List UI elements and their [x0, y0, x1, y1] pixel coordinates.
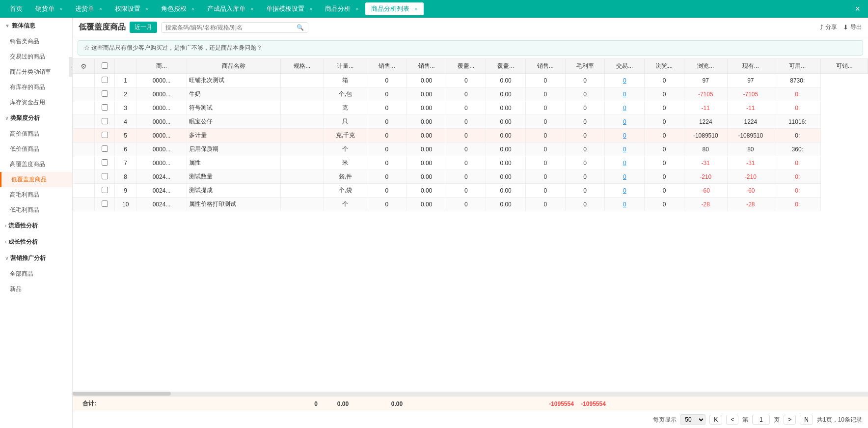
- browse1-link[interactable]: 0: [623, 105, 626, 112]
- col-sales3[interactable]: 销售...: [525, 59, 565, 74]
- horizontal-scrollbar[interactable]: [73, 392, 868, 396]
- settings-icon[interactable]: ⚙: [81, 62, 87, 70]
- sidebar-item-low-coverage[interactable]: 低覆盖度商品: [0, 172, 72, 187]
- row-check[interactable]: [102, 77, 108, 83]
- search-icon[interactable]: 🔍: [297, 24, 304, 31]
- row-checkbox[interactable]: [95, 74, 115, 87]
- row-checkbox[interactable]: [95, 101, 115, 115]
- row-check[interactable]: [102, 90, 108, 97]
- sidebar-group-growth[interactable]: › 成长性分析: [0, 234, 72, 250]
- row-browse1[interactable]: 0: [605, 170, 645, 184]
- nav-template-settings-close[interactable]: ×: [309, 6, 312, 12]
- browse1-link[interactable]: 0: [623, 187, 626, 194]
- browse1-link[interactable]: 0: [623, 118, 626, 125]
- sidebar-item-high-coverage[interactable]: 高覆盖度商品: [0, 157, 72, 172]
- sidebar-group-cluster[interactable]: ∨ 类聚度分析: [0, 110, 72, 126]
- row-browse1[interactable]: 0: [605, 156, 645, 170]
- col-checkbox[interactable]: [95, 59, 115, 74]
- row-checkbox[interactable]: [95, 129, 115, 143]
- col-coverage2[interactable]: 覆盖...: [486, 59, 526, 74]
- sidebar-item-sales-products[interactable]: 销售类商品: [0, 34, 72, 49]
- browse1-link[interactable]: 0: [623, 201, 626, 208]
- nav-product-analysis[interactable]: 商品分析 ×: [319, 2, 364, 15]
- nav-sales-close[interactable]: ×: [59, 6, 62, 12]
- row-checkbox[interactable]: [95, 115, 115, 129]
- row-check[interactable]: [102, 145, 108, 152]
- nav-permissions-close[interactable]: ×: [145, 6, 148, 12]
- first-page-button[interactable]: K: [709, 415, 722, 425]
- row-check[interactable]: [102, 187, 108, 193]
- page-size-select[interactable]: 50 20 100: [680, 414, 705, 425]
- row-checkbox[interactable]: [95, 184, 115, 198]
- row-check[interactable]: [102, 118, 108, 124]
- nav-roles-close[interactable]: ×: [191, 6, 194, 12]
- row-browse1[interactable]: 0: [605, 198, 645, 211]
- table-container[interactable]: ⚙ 商... 商品名称 规格... 计量... 销售... 销售... 覆盖..…: [73, 58, 868, 392]
- nav-product-analysis-list[interactable]: 商品分析列表 ×: [365, 2, 423, 15]
- browse1-link[interactable]: 0: [623, 160, 626, 167]
- sidebar-item-traded-products[interactable]: 交易过的商品: [0, 49, 72, 64]
- sidebar-collapse-button[interactable]: «: [69, 57, 73, 77]
- row-check[interactable]: [102, 200, 108, 207]
- row-check[interactable]: [102, 132, 108, 138]
- row-checkbox[interactable]: [95, 198, 115, 211]
- share-button[interactable]: ⤴ 分享: [820, 23, 837, 31]
- row-browse1[interactable]: 0: [605, 101, 645, 115]
- col-name[interactable]: 商品名称: [187, 59, 280, 74]
- row-browse1[interactable]: 0: [605, 74, 645, 87]
- nav-sales[interactable]: 销货单 ×: [29, 2, 68, 15]
- sidebar-item-low-value[interactable]: 低价值商品: [0, 142, 72, 157]
- sidebar-item-in-stock-products[interactable]: 有库存的商品: [0, 80, 72, 95]
- col-unit[interactable]: 计量...: [324, 59, 367, 74]
- sidebar-item-all-products[interactable]: 全部商品: [0, 266, 72, 282]
- sidebar-group-liquidity[interactable]: › 流通性分析: [0, 218, 72, 234]
- col-transaction[interactable]: 交易...: [605, 59, 645, 74]
- col-code[interactable]: 商...: [136, 59, 187, 74]
- nav-products-warehouse-close[interactable]: ×: [250, 6, 253, 12]
- col-stock2[interactable]: 可用...: [774, 59, 821, 74]
- browse1-link[interactable]: 0: [623, 91, 626, 98]
- browse1-link[interactable]: 0: [623, 77, 626, 84]
- nav-template-settings[interactable]: 单据模板设置 ×: [260, 2, 318, 15]
- col-browse1[interactable]: 浏览...: [645, 59, 684, 74]
- nav-home[interactable]: 首页: [4, 2, 28, 15]
- row-checkbox[interactable]: [95, 156, 115, 170]
- sidebar-group-marketing[interactable]: ∨ 营销推广分析: [0, 250, 72, 266]
- row-checkbox[interactable]: [95, 143, 115, 156]
- nav-roles[interactable]: 角色授权 ×: [155, 2, 200, 15]
- search-input[interactable]: [165, 24, 295, 31]
- nav-purchase[interactable]: 进货单 ×: [69, 2, 108, 15]
- browse1-link[interactable]: 0: [623, 132, 626, 139]
- browse1-link[interactable]: 0: [623, 146, 626, 153]
- row-check[interactable]: [102, 173, 108, 179]
- nav-product-analysis-list-close[interactable]: ×: [414, 6, 417, 12]
- sidebar-group-overall[interactable]: ▼ 整体信息: [0, 18, 72, 34]
- col-settings[interactable]: ⚙: [73, 59, 95, 74]
- sidebar-item-inventory-capital[interactable]: 库存资金占用: [0, 95, 72, 110]
- row-check[interactable]: [102, 159, 108, 166]
- col-spec[interactable]: 规格...: [280, 59, 324, 74]
- row-browse1[interactable]: 0: [605, 129, 645, 143]
- browse1-link[interactable]: 0: [623, 173, 626, 180]
- export-button[interactable]: ⬇ 导出: [843, 23, 862, 31]
- sidebar-item-category-turnover[interactable]: 商品分类动销率: [0, 64, 72, 80]
- col-browse2[interactable]: 浏览...: [684, 59, 727, 74]
- select-all-checkbox[interactable]: [102, 62, 108, 69]
- row-browse1[interactable]: 0: [605, 115, 645, 129]
- row-browse1[interactable]: 0: [605, 87, 645, 101]
- row-checkbox[interactable]: [95, 87, 115, 101]
- col-margin[interactable]: 毛利率: [565, 59, 605, 74]
- sidebar-item-high-value[interactable]: 高价值商品: [0, 126, 72, 142]
- col-coverage1[interactable]: 覆盖...: [446, 59, 486, 74]
- window-close-button[interactable]: ×: [851, 4, 864, 14]
- col-sales1[interactable]: 销售...: [367, 59, 407, 74]
- nav-purchase-close[interactable]: ×: [99, 6, 102, 12]
- period-button[interactable]: 近一月: [130, 22, 157, 33]
- row-browse1[interactable]: 0: [605, 143, 645, 156]
- row-browse1[interactable]: 0: [605, 184, 645, 198]
- col-stock1[interactable]: 现有...: [727, 59, 774, 74]
- prev-page-button[interactable]: <: [726, 415, 738, 425]
- sidebar-item-high-margin[interactable]: 高毛利商品: [0, 187, 72, 202]
- row-checkbox[interactable]: [95, 170, 115, 184]
- nav-product-analysis-close[interactable]: ×: [355, 6, 358, 12]
